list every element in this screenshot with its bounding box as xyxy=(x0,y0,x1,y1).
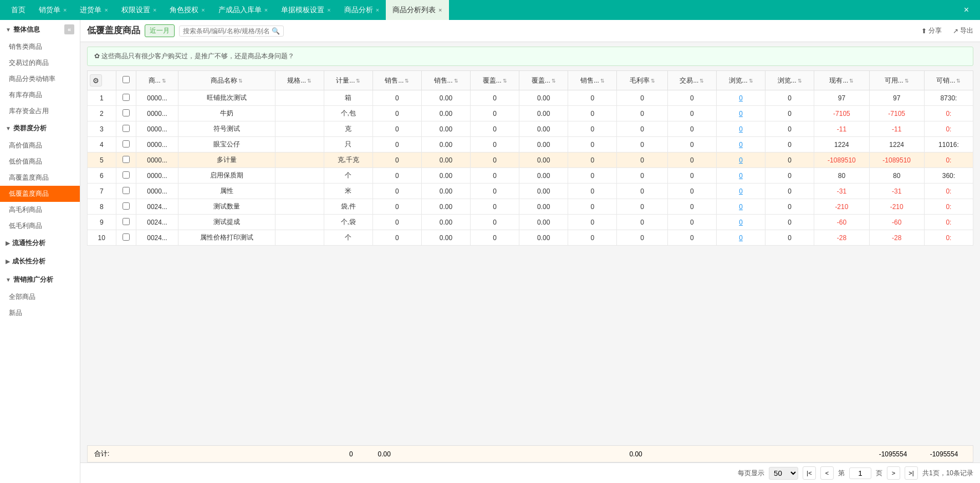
sidebar-section-cluster[interactable]: ▼ 类群度分析 xyxy=(0,119,80,138)
sidebar-item-high-value[interactable]: 高价值商品 xyxy=(0,138,80,154)
table-cell[interactable] xyxy=(116,230,136,246)
sidebar-item-high-margin[interactable]: 高毛利商品 xyxy=(0,202,80,218)
col-spec[interactable]: 规格...⇅ xyxy=(275,71,324,90)
close-icon[interactable]: × xyxy=(63,7,67,13)
col-checkbox[interactable] xyxy=(116,71,136,90)
next-page-button[interactable]: > xyxy=(887,466,900,480)
export-button[interactable]: ↗ 导出 xyxy=(953,26,973,35)
sidebar-item-new-goods[interactable]: 新品 xyxy=(0,305,80,321)
per-page-select[interactable]: 50 20 100 xyxy=(769,467,798,480)
data-table-container[interactable]: ⚙ 商...⇅ 商品名称⇅ 规格...⇅ 计量...⇅ 销售...⇅ 销售...… xyxy=(87,70,973,445)
table-cell[interactable] xyxy=(116,137,136,152)
table-cell[interactable]: 0 xyxy=(717,121,765,137)
search-icon[interactable]: 🔍 xyxy=(272,27,280,35)
table-cell[interactable]: 0 xyxy=(717,106,765,121)
nav-product-warehouse[interactable]: 产成品入库单 × xyxy=(212,0,274,20)
first-page-button[interactable]: |< xyxy=(803,466,816,480)
table-cell[interactable]: 0 xyxy=(717,184,765,199)
sidebar-item-high-coverage[interactable]: 高覆盖度商品 xyxy=(0,170,80,186)
table-cell: 0 xyxy=(617,137,667,152)
col-browse1[interactable]: 浏览...⇅ xyxy=(717,71,765,90)
nav-product-analysis-list[interactable]: 商品分析列表 × xyxy=(386,0,448,20)
nav-template-settings[interactable]: 单据模板设置 × xyxy=(274,0,337,20)
col-cover1[interactable]: 覆盖...⇅ xyxy=(471,71,519,90)
table-cell[interactable] xyxy=(116,184,136,199)
sidebar-item-in-stock[interactable]: 有库存商品 xyxy=(0,87,80,103)
close-icon[interactable]: × xyxy=(153,7,156,13)
nav-home[interactable]: 首页 xyxy=(4,0,32,20)
table-cell[interactable]: 0 xyxy=(717,230,765,246)
table-cell: 0000... xyxy=(136,168,178,184)
sidebar-section-marketing[interactable]: ▼ 营销推广分析 xyxy=(0,271,80,289)
table-cell: 0 xyxy=(471,152,519,168)
nav-permission-settings[interactable]: 权限设置 × xyxy=(115,0,163,20)
table-row: 30000...符号测试克00.0000.0000000-11-110: xyxy=(88,121,973,137)
close-icon[interactable]: × xyxy=(264,7,268,13)
sidebar-item-low-margin[interactable]: 低毛利商品 xyxy=(0,218,80,234)
search-input[interactable] xyxy=(183,27,272,35)
table-cell[interactable] xyxy=(116,168,136,184)
table-cell[interactable]: 0 xyxy=(717,152,765,168)
sidebar-item-category-rate[interactable]: 商品分类动销率 xyxy=(0,71,80,87)
page-number-input[interactable] xyxy=(849,467,871,479)
table-row: 60000...启用保质期个00.0000.00000008080360: xyxy=(88,168,973,184)
close-icon[interactable]: × xyxy=(104,7,108,13)
select-all-checkbox[interactable] xyxy=(122,76,130,83)
table-cell[interactable]: 0 xyxy=(717,90,765,106)
table-cell: 4 xyxy=(88,137,116,152)
table-cell[interactable]: 0 xyxy=(717,168,765,184)
col-gross-margin[interactable]: 毛利率⇅ xyxy=(617,71,667,90)
col-unit[interactable]: 计量...⇅ xyxy=(324,71,372,90)
table-cell: 80 xyxy=(869,168,924,184)
table-cell: 0.00 xyxy=(421,168,470,184)
close-icon[interactable]: × xyxy=(327,7,330,13)
sidebar-item-sales-goods[interactable]: 销售类商品 xyxy=(0,39,80,55)
nav-product-analysis[interactable]: 商品分析 × xyxy=(338,0,386,20)
col-cover2[interactable]: 覆盖...⇅ xyxy=(519,71,568,90)
col-code[interactable]: 商...⇅ xyxy=(136,71,178,90)
close-icon[interactable]: × xyxy=(376,7,379,13)
nav-role-auth[interactable]: 角色授权 × xyxy=(163,0,211,20)
table-cell[interactable] xyxy=(116,90,136,106)
table-cell: 0000... xyxy=(136,152,178,168)
last-page-button[interactable]: >| xyxy=(905,466,918,480)
main-layout: ▼ 整体信息 « 销售类商品 交易过的商品 商品分类动销率 有库存商品 库存资金… xyxy=(0,20,980,483)
share-button[interactable]: ⬆ 分享 xyxy=(921,26,942,35)
prev-page-button[interactable]: < xyxy=(820,466,834,480)
sidebar-item-stock-funds[interactable]: 库存资金占用 xyxy=(0,103,80,119)
table-cell[interactable] xyxy=(116,106,136,121)
nav-sales-order[interactable]: 销货单 × xyxy=(32,0,73,20)
table-cell[interactable]: 0 xyxy=(717,137,765,152)
period-button[interactable]: 近一月 xyxy=(145,24,175,37)
col-transaction[interactable]: 交易...⇅ xyxy=(667,71,716,90)
close-icon[interactable]: × xyxy=(201,7,205,13)
close-icon[interactable]: × xyxy=(438,7,442,13)
sidebar-section-growth[interactable]: ▶ 成长性分析 xyxy=(0,252,80,271)
collapse-icon[interactable]: « xyxy=(64,24,74,34)
sidebar-item-low-coverage[interactable]: 低覆盖度商品 xyxy=(0,186,80,202)
sidebar-item-traded-goods[interactable]: 交易过的商品 xyxy=(0,55,80,71)
sidebar-item-low-value[interactable]: 低价值商品 xyxy=(0,154,80,170)
col-available-stock[interactable]: 可用...⇅ xyxy=(869,71,924,90)
nav-purchase-order[interactable]: 进货单 × xyxy=(73,0,114,20)
col-sales-amt[interactable]: 销售...⇅ xyxy=(421,71,470,90)
sidebar-item-all-goods[interactable]: 全部商品 xyxy=(0,289,80,305)
table-cell[interactable] xyxy=(116,215,136,230)
col-sales-qty[interactable]: 销售...⇅ xyxy=(372,71,421,90)
col-browse2[interactable]: 浏览...⇅ xyxy=(765,71,814,90)
sidebar-section-overview[interactable]: ▼ 整体信息 « xyxy=(0,20,80,39)
col-name[interactable]: 商品名称⇅ xyxy=(178,71,275,90)
table-cell[interactable]: 0 xyxy=(717,215,765,230)
table-cell[interactable] xyxy=(116,152,136,168)
table-cell[interactable] xyxy=(116,121,136,137)
col-sellable[interactable]: 可销...⇅ xyxy=(924,71,973,90)
col-sales3[interactable]: 销售...⇅ xyxy=(568,71,617,90)
table-cell[interactable]: 0 xyxy=(717,199,765,215)
window-close-button[interactable]: × xyxy=(957,5,976,15)
sidebar-section-liquidity[interactable]: ▶ 流通性分析 xyxy=(0,234,80,252)
table-cell[interactable] xyxy=(116,199,136,215)
table-cell: 0 xyxy=(568,184,617,199)
table-cell: 箱 xyxy=(324,90,372,106)
col-current-stock[interactable]: 现有...⇅ xyxy=(814,71,869,90)
col-settings[interactable]: ⚙ xyxy=(88,71,116,90)
